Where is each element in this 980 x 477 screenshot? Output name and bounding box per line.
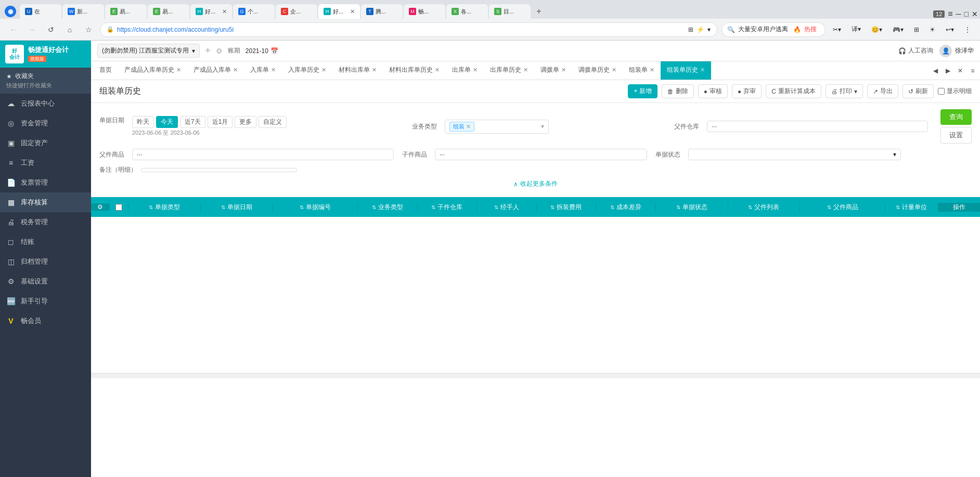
service-btn[interactable]: 🎧 人工咨询 — [898, 46, 933, 55]
nav-tab-production-inbound-history[interactable]: 产成品入库单历史 ✕ — [118, 61, 187, 80]
sidebar-item-fixed-assets[interactable]: ▣ 固定资产 — [0, 133, 91, 153]
delete-btn[interactable]: 🗑 删除 — [662, 84, 694, 98]
th-child-warehouse[interactable]: ⇅ 子件仓库 — [418, 203, 478, 212]
browser-menu-btn[interactable]: ≡ — [948, 9, 952, 19]
browser-tab-6[interactable]: G 个... — [233, 4, 275, 19]
close-outbound-history[interactable]: ✕ — [523, 67, 528, 73]
tab-close-8[interactable]: ✕ — [350, 8, 355, 15]
th-biz-type[interactable]: ⇅ 业务类型 — [358, 203, 418, 212]
date-btn-1month[interactable]: 近1月 — [208, 116, 233, 128]
scissors-tool[interactable]: ✂▾ — [830, 25, 844, 34]
th-handler[interactable]: ⇅ 经手人 — [477, 203, 537, 212]
nav-tab-inbound[interactable]: 入库单 ✕ — [244, 61, 282, 80]
home-btn[interactable]: ⌂ — [62, 22, 77, 37]
settings-query-btn[interactable]: 设置 — [940, 127, 972, 144]
forward-btn[interactable]: → — [25, 22, 40, 37]
url-dropdown-icon[interactable]: ▾ — [707, 26, 711, 33]
sidebar-item-member[interactable]: V 畅会员 — [0, 311, 91, 331]
browser-tab-3[interactable]: E 易... — [105, 4, 147, 19]
sidebar-item-settings[interactable]: ⚙ 基础设置 — [0, 272, 91, 291]
more-tool[interactable]: ⋮ — [961, 25, 974, 34]
browser-tab-8[interactable]: H 好... ✕ — [318, 4, 360, 19]
close-inbound-history[interactable]: ✕ — [321, 67, 326, 73]
browser-tab-10[interactable]: M 畅... — [404, 4, 445, 19]
history-tool[interactable]: ↩▾ — [943, 25, 957, 34]
nav-tab-assembly-history[interactable]: 组装单历史 ✕ — [661, 61, 711, 80]
maximize-btn[interactable]: □ — [964, 10, 969, 18]
nav-tab-assembly[interactable]: 组装单 ✕ — [623, 61, 661, 80]
nav-tab-material-outbound[interactable]: 材料出库单 ✕ — [332, 61, 383, 80]
export-btn[interactable]: ↗ 导出 — [867, 84, 898, 98]
parent-goods-input[interactable]: ··· — [132, 149, 394, 160]
note-input[interactable] — [141, 168, 297, 172]
close-material-outbound[interactable]: ✕ — [372, 67, 377, 73]
th-parent-list[interactable]: ⇅ 父件列表 — [728, 203, 801, 212]
close-production-inbound[interactable]: ✕ — [233, 67, 238, 73]
close-browser-btn[interactable]: ✕ — [972, 10, 978, 18]
show-detail-checkbox[interactable] — [938, 88, 945, 95]
add-company-btn[interactable]: + — [205, 45, 211, 56]
th-bill-status[interactable]: ⇅ 单据状态 — [656, 203, 728, 212]
emoji-tool[interactable]: 😊▾ — [868, 25, 885, 34]
close-transfer[interactable]: ✕ — [561, 67, 566, 73]
grid-tool[interactable]: ⊞ — [911, 25, 922, 34]
nav-tab-inbound-history[interactable]: 入库单历史 ✕ — [282, 61, 332, 80]
reload-btn[interactable]: ↺ — [44, 22, 58, 37]
tab-more[interactable]: ≡ — [968, 66, 978, 76]
audit-btn[interactable]: ● 审核 — [698, 84, 728, 98]
browser-tab-12[interactable]: S 目... — [489, 4, 531, 19]
sidebar-item-inventory[interactable]: ▦ 库存核算 — [0, 192, 91, 212]
date-btn-custom[interactable]: 自定义 — [259, 116, 287, 128]
th-bill-type[interactable]: ⇅ 单据类型 — [128, 203, 201, 212]
date-btn-7days[interactable]: 近7天 — [180, 116, 205, 128]
nav-tab-material-outbound-history[interactable]: 材料出库单历史 ✕ — [383, 61, 446, 80]
abandon-btn[interactable]: ● 弃审 — [732, 84, 762, 98]
sidebar-item-archive[interactable]: ◫ 归档管理 — [0, 252, 91, 272]
back-btn[interactable]: ← — [6, 22, 21, 37]
select-all-checkbox[interactable] — [115, 204, 122, 211]
new-btn[interactable]: + 新增 — [628, 84, 657, 98]
sidebar-item-cloud-report[interactable]: ☁ 云报表中心 — [0, 94, 91, 113]
collapse-btn[interactable]: ∧ 收起更多条件 — [513, 179, 558, 188]
close-production-inbound-history[interactable]: ✕ — [176, 67, 181, 73]
th-parent-goods[interactable]: ⇅ 父件商品 — [800, 203, 885, 212]
show-detail-checkbox-label[interactable]: 显示明细 — [938, 87, 972, 96]
sidebar-item-invoice[interactable]: 📄 发票管理 — [0, 173, 91, 192]
close-material-outbound-history[interactable]: ✕ — [435, 67, 440, 73]
recalculate-btn[interactable]: C 重新计算成本 — [766, 84, 821, 98]
th-settings[interactable]: ⚙ — [91, 203, 110, 211]
sidebar-bookmark[interactable]: ★ 收藏夹 快捷键打开收藏夹 — [0, 68, 91, 94]
sidebar-item-tax[interactable]: 🖨 税务管理 — [0, 212, 91, 232]
th-unit[interactable]: ⇅ 计量单位 — [885, 203, 938, 212]
date-btn-today[interactable]: 今天 — [156, 116, 178, 128]
browser-tab-5[interactable]: H 好... ✕ — [190, 4, 232, 19]
sun-tool[interactable]: ☀ — [926, 25, 938, 34]
status-dropdown[interactable]: ▾ — [688, 149, 901, 160]
tab-scroll-left[interactable]: ◀ — [930, 66, 940, 76]
close-assembly[interactable]: ✕ — [650, 67, 654, 73]
biz-type-dropdown-arrow[interactable]: ▾ — [541, 123, 544, 130]
th-bill-date[interactable]: ⇅ 单据日期 — [201, 203, 273, 212]
date-btn-yesterday[interactable]: 昨天 — [132, 116, 154, 128]
sidebar-item-checkout[interactable]: ◻ 结账 — [0, 232, 91, 252]
nav-tab-home[interactable]: 首页 — [93, 61, 118, 80]
nav-tab-outbound[interactable]: 出库单 ✕ — [446, 61, 484, 80]
company-selector[interactable]: (勿删勿禁用) 江西服宝测试专用 ▾ — [97, 44, 200, 58]
th-bill-no[interactable]: ⇅ 单据编号 — [273, 203, 358, 212]
browser-tab-11[interactable]: X 各... — [446, 4, 488, 19]
minimize-btn[interactable]: ─ — [956, 10, 961, 18]
user-info[interactable]: 👤 徐泽华 — [939, 45, 974, 57]
close-assembly-history[interactable]: ✕ — [700, 67, 705, 73]
horizontal-scrollbar[interactable] — [91, 373, 980, 378]
biz-type-tag-close[interactable]: ✕ — [466, 123, 471, 130]
tab-scroll-right[interactable]: ▶ — [943, 66, 953, 76]
close-transfer-history[interactable]: ✕ — [612, 67, 616, 73]
query-btn[interactable]: 查询 — [940, 109, 972, 125]
th-checkbox[interactable] — [110, 204, 128, 211]
date-btn-more[interactable]: 更多 — [235, 116, 256, 128]
translate-tool[interactable]: 译▾ — [848, 24, 864, 35]
url-bar[interactable]: 🔒 https://cloud.chanjet.com/accounting/u… — [100, 22, 717, 37]
game-tool[interactable]: 🎮▾ — [889, 25, 907, 34]
th-disassemble-cost[interactable]: ⇅ 拆装费用 — [537, 203, 597, 212]
sidebar-item-fund[interactable]: ◎ 资金管理 — [0, 113, 91, 133]
